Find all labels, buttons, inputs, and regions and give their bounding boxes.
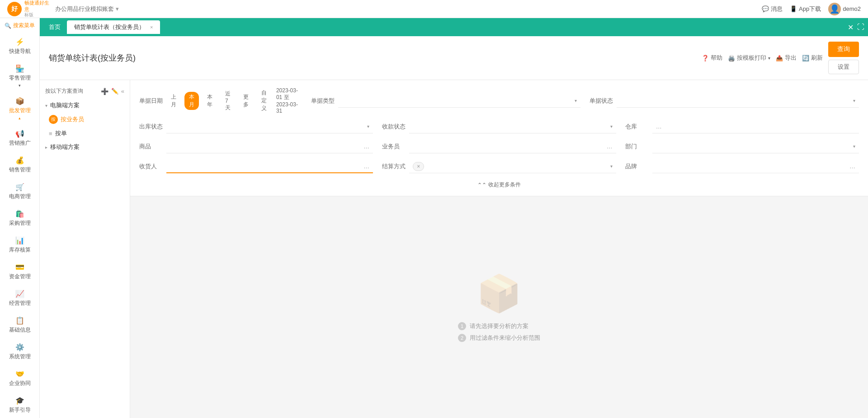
warehouse-select[interactable]: … xyxy=(652,120,859,133)
doc-type-label: 单据类型 xyxy=(311,97,335,105)
collapse-panel-button[interactable]: « xyxy=(121,88,124,95)
doc-type-arrow-icon: ▾ xyxy=(575,98,577,103)
filter-row-3: 商品 … 业务员 … xyxy=(139,139,859,154)
retail-icon: 🏪 xyxy=(15,64,24,73)
dept-arrow-icon: ▾ xyxy=(853,144,855,149)
sidebar-item-basic[interactable]: 📋 基础信息 xyxy=(0,312,39,338)
tabbar: 首页 销货单统计表（按业务员） × ✕ ⛶ xyxy=(40,18,868,36)
filter-date: 单据日期 上月 本月 本年 近7天 更多 自定义 2023-03-01 至 20… xyxy=(139,87,302,114)
tree-item-order[interactable]: ≡ 按单 xyxy=(40,127,130,140)
sidebar-item-purchase[interactable]: 🛍️ 采购管理 xyxy=(0,205,39,232)
doc-type-select[interactable]: ▾ xyxy=(338,94,580,108)
sidebar-item-sales[interactable]: 💰 销售管理 xyxy=(0,152,39,178)
maximize-window-button[interactable]: ⛶ xyxy=(857,23,864,31)
pay-status-select[interactable]: ▾ xyxy=(409,120,616,133)
receiver-select[interactable]: … xyxy=(166,160,373,173)
app-download-button[interactable]: 📱 App下载 xyxy=(790,5,821,13)
brand-select[interactable]: … xyxy=(652,160,859,173)
data-area: 📦 1 请先选择要分析的方案 2 用过滤条件来缩小分析范围 xyxy=(130,196,868,418)
sidebar-item-retail[interactable]: 🏪 零售管理 ▾ xyxy=(0,60,39,92)
help-button[interactable]: ❓ 帮助 xyxy=(702,54,722,62)
sidebar-item-marketing[interactable]: 📢 营销推广 xyxy=(0,125,39,152)
filter-brand: 品牌 … xyxy=(625,159,859,174)
avatar: 👤 xyxy=(828,3,841,15)
logo-area: 好 畅捷通好生意 标版 xyxy=(7,0,52,17)
enterprise-icon: 🤝 xyxy=(15,370,24,378)
main-layout: 🔍 搜索菜单 ⚡ 快捷导航 🏪 零售管理 ▾ 📦 批发管理 ▴ 📢 营销推广 💰… xyxy=(0,18,868,418)
sidebar-item-newbie[interactable]: 🎓 新手引导 xyxy=(0,392,39,418)
content-split: 按以下方案查询 ➕ ✏️ « ▾ 电脑端方案 按 按业务员 xyxy=(40,80,868,418)
product-more-icon: … xyxy=(363,143,369,150)
left-panel-header: 按以下方案查询 ➕ ✏️ « xyxy=(40,84,130,99)
message-button[interactable]: 💬 消息 xyxy=(762,5,783,13)
sidebar-item-wholesale[interactable]: 📦 批发管理 ▴ xyxy=(0,92,39,125)
tab-active[interactable]: 销货单统计表（按业务员） × xyxy=(67,20,160,34)
sidebar-item-quicknav[interactable]: ⚡ 快捷导航 xyxy=(0,33,39,60)
logo-text: 畅捷通好生意 标版 xyxy=(24,0,52,17)
salesman-select[interactable]: … xyxy=(409,140,616,153)
warehouse-label: 仓库 xyxy=(625,123,649,131)
date-btn-more[interactable]: 更多 xyxy=(239,92,253,110)
close-window-button[interactable]: ✕ xyxy=(848,23,854,32)
edit-scheme-button[interactable]: ✏️ xyxy=(111,88,118,95)
user-menu[interactable]: 👤 demo2 xyxy=(828,3,861,15)
date-btn-lastmonth[interactable]: 上月 xyxy=(166,92,181,110)
collapse-button[interactable]: ⌃⌃ 收起更多条件 xyxy=(477,181,521,189)
doc-status-select[interactable]: ▾ xyxy=(617,94,859,108)
tree-arrow-right-icon: ▸ xyxy=(45,145,47,150)
dept-select[interactable]: ▾ xyxy=(652,140,859,153)
date-btn-7days[interactable]: 近7天 xyxy=(221,89,235,113)
filter-row-2: 出库状态 ▾ 收款状态 ▾ xyxy=(139,119,859,134)
page-title: 销货单统计表(按业务员) xyxy=(49,52,136,63)
tree-group-mobile[interactable]: ▸ 移动端方案 xyxy=(40,140,130,154)
collapse-up-icon: ⌃⌃ xyxy=(477,182,486,188)
chevron-down-icon[interactable]: ▾ xyxy=(116,5,119,12)
content-area: 首页 销货单统计表（按业务员） × ✕ ⛶ 销货单统计表(按业务员) ❓ 帮助 xyxy=(40,18,868,418)
date-btn-custom[interactable]: 自定义 xyxy=(257,88,273,114)
out-status-select[interactable]: ▾ xyxy=(166,120,373,133)
date-btn-thisyear[interactable]: 本年 xyxy=(203,92,217,110)
topbar: 好 畅捷通好生意 标版 办公用品行业模拟账套 ▾ 💬 消息 📱 App下载 👤 … xyxy=(0,0,868,18)
tab-close-icon[interactable]: × xyxy=(150,24,153,30)
sidebar-item-search[interactable]: 🔍 搜索菜单 xyxy=(0,18,39,33)
doc-status-label: 单据状态 xyxy=(590,97,613,105)
message-icon: 💬 xyxy=(762,5,769,12)
header-actions: ❓ 帮助 🖨️ 按模板打印 ▾ 📤 导出 🔄 刷新 xyxy=(702,42,859,74)
add-scheme-button[interactable]: ➕ xyxy=(101,88,108,95)
settings-button[interactable]: 设置 xyxy=(828,60,859,74)
product-select[interactable]: … xyxy=(166,140,373,153)
sidebar-item-ops[interactable]: 📈 经营管理 xyxy=(0,285,39,312)
filter-doc-type: 单据类型 ▾ xyxy=(311,94,580,108)
right-section: 单据日期 上月 本月 本年 近7天 更多 自定义 2023-03-01 至 20… xyxy=(130,80,868,418)
left-panel: 按以下方案查询 ➕ ✏️ « ▾ 电脑端方案 按 按业务员 xyxy=(40,80,130,418)
sidebar: 🔍 搜索菜单 ⚡ 快捷导航 🏪 零售管理 ▾ 📦 批发管理 ▴ 📢 营销推广 💰… xyxy=(0,18,40,418)
tab-home[interactable]: 首页 xyxy=(43,20,66,34)
brand-more-icon: … xyxy=(849,163,855,170)
action-buttons: 查询 设置 xyxy=(828,42,859,74)
filter-warehouse: 仓库 … xyxy=(625,119,859,134)
print-button[interactable]: 🖨️ 按模板打印 ▾ xyxy=(728,54,770,62)
doc-status-arrow-icon: ▾ xyxy=(853,98,855,103)
logo-icon: 好 xyxy=(7,2,22,16)
purchase-icon: 🛍️ xyxy=(15,209,24,218)
payment-select[interactable]: × ▾ xyxy=(409,160,616,173)
system-icon: ⚙️ xyxy=(15,343,24,352)
filter-doc-status: 单据状态 ▾ xyxy=(590,94,859,108)
product-label: 商品 xyxy=(139,142,163,151)
sidebar-item-finance[interactable]: 💳 资金管理 xyxy=(0,258,39,285)
empty-illustration: 📦 xyxy=(476,272,522,315)
export-button[interactable]: 📤 导出 xyxy=(776,54,797,62)
sidebar-item-inventory[interactable]: 📊 库存核算 xyxy=(0,232,39,258)
topbar-subtitle: 办公用品行业模拟账套 ▾ xyxy=(55,5,119,13)
sidebar-item-enterprise[interactable]: 🤝 企业协同 xyxy=(0,365,39,392)
query-button[interactable]: 查询 xyxy=(828,42,859,57)
receiver-more-icon: … xyxy=(363,163,369,170)
sidebar-item-system[interactable]: ⚙️ 系统管理 xyxy=(0,338,39,365)
date-btn-thismonth[interactable]: 本月 xyxy=(184,92,199,110)
tree-item-salesman[interactable]: 按 按业务员 xyxy=(40,112,130,127)
payment-clear-button[interactable]: × xyxy=(417,163,420,170)
sidebar-item-ecommerce[interactable]: 🛒 电商管理 xyxy=(0,178,39,205)
order-icon: ≡ xyxy=(49,130,52,137)
filter-receiver: 收货人 … xyxy=(139,159,373,174)
refresh-button[interactable]: 🔄 刷新 xyxy=(802,54,823,62)
